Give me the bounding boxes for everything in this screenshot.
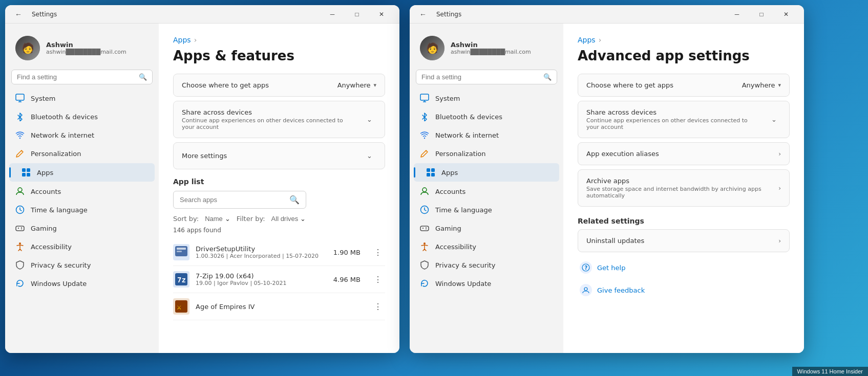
right-settings-window: ← Settings ─ □ ✕ 🧑 Ashwin ashwin████████… [410,5,804,353]
right-aliases-arrow: › [778,150,781,158]
left-nav-system-label: System [31,95,55,102]
left-nav-bluetooth-label: Bluetooth & devices [31,113,98,121]
right-search-icon: 🔍 [543,73,552,81]
right-share-row[interactable]: Share across devices Continue app experi… [578,101,790,138]
right-nav-time[interactable]: Time & language [414,201,559,218]
left-nav-update[interactable]: Windows Update [9,275,155,292]
left-app-name-0: DriverSetupUtility [196,245,327,253]
svg-point-15 [19,242,21,245]
right-user-profile: 🧑 Ashwin ashwin████████mail.com [414,32,559,69]
svg-text:7z: 7z [177,276,186,284]
left-nav-time[interactable]: Time & language [9,201,155,218]
left-user-name: Ashwin [46,41,126,49]
left-app-search-box[interactable]: 🔍 [173,191,306,209]
right-apps-icon [426,168,435,177]
left-nav-apps-label: Apps [37,169,53,176]
left-nav-apps[interactable]: Apps [9,163,155,182]
left-nav-personalization[interactable]: Personalization [9,145,155,162]
right-back-button[interactable]: ← [416,7,430,21]
svg-rect-5 [27,168,30,172]
right-bluetooth-icon [420,112,429,121]
right-nav-network[interactable]: Network & internet [414,126,559,144]
left-nav-privacy[interactable]: Privacy & security [9,256,155,274]
right-nav-update[interactable]: Windows Update [414,275,559,292]
left-nav-accessibility[interactable]: Accessibility [9,238,155,255]
right-nav-personalization[interactable]: Personalization [414,145,559,162]
left-nav-gaming[interactable]: Gaming [9,219,155,237]
left-share-chevron[interactable]: ⌄ [363,114,376,125]
left-share-row[interactable]: Share across devices Continue app experi… [173,101,385,138]
left-filter-value-btn[interactable]: All drives ⌄ [271,215,306,223]
right-nav-gaming[interactable]: Gaming [414,219,559,237]
right-nav-time-label: Time & language [435,206,492,214]
right-get-help-row[interactable]: ? Get help [578,256,790,279]
right-feedback-row[interactable]: Give feedback [578,279,790,301]
right-search-box[interactable]: 🔍 [416,70,557,84]
left-app-menu-2[interactable]: ⋮ [371,301,385,313]
svg-point-37 [426,229,427,230]
right-choose-apps-label: Choose where to get apps [586,81,736,89]
right-nav-accounts[interactable]: Accounts [414,183,559,200]
svg-rect-30 [431,173,435,176]
left-sort-value-btn[interactable]: Name ⌄ [205,215,230,223]
left-more-chevron[interactable]: ⌄ [363,150,376,162]
left-filter-label: Filter by: [237,215,265,223]
right-nav-accessibility[interactable]: Accessibility [414,238,559,255]
left-app-menu-1[interactable]: ⋮ [371,274,385,285]
left-gaming-icon [15,224,25,233]
left-search-box[interactable]: 🔍 [11,70,153,84]
right-uninstall-row[interactable]: Uninstall updates › [578,229,790,252]
left-maximize-button[interactable]: □ [345,6,369,23]
left-nav-system[interactable]: System [9,90,155,107]
right-nav-update-label: Windows Update [435,280,491,287]
right-nav-bluetooth-label: Bluetooth & devices [435,113,502,121]
left-sidebar: 🧑 Ashwin ashwin████████mail.com 🔍 System [5,24,159,353]
right-feedback-icon [580,284,592,296]
left-app-info-0: DriverSetupUtility 1.00.3026 | Acer Inco… [196,245,327,259]
left-app-menu-0[interactable]: ⋮ [371,247,385,258]
left-breadcrumb-parent[interactable]: Apps [173,36,191,44]
right-nav-gaming-label: Gaming [435,225,461,232]
left-nav-accounts[interactable]: Accounts [9,183,155,200]
svg-point-36 [426,227,427,228]
left-close-button[interactable]: ✕ [370,6,393,23]
right-aliases-row[interactable]: App execution aliases › [578,142,790,165]
left-search-input[interactable] [17,73,135,81]
left-minimize-button[interactable]: ─ [321,6,344,23]
left-app-size-1: 4.96 MB [333,276,361,283]
left-app-size-0: 1.90 MB [333,249,361,256]
left-bluetooth-icon [15,112,25,121]
left-app-icon-0 [173,244,189,260]
left-nav-bluetooth[interactable]: Bluetooth & devices [9,108,155,125]
left-back-button[interactable]: ← [11,7,26,21]
left-nav-network[interactable]: Network & internet [9,126,155,144]
svg-point-13 [21,227,22,228]
right-nav-privacy[interactable]: Privacy & security [414,256,559,274]
right-nav-system[interactable]: System [414,90,559,107]
left-app-icon-2: ⚔️ [173,298,189,315]
right-nav-bluetooth[interactable]: Bluetooth & devices [414,108,559,125]
right-close-button[interactable]: ✕ [774,6,798,23]
right-minimize-button[interactable]: ─ [725,6,749,23]
right-share-chevron[interactable]: ⌄ [767,114,781,125]
right-nav-accessibility-label: Accessibility [435,243,476,251]
right-archive-row[interactable]: Archive apps Save storage space and inte… [578,169,790,207]
right-system-icon [420,94,429,103]
right-maximize-button[interactable]: □ [750,6,773,23]
left-user-email: ashwin████████mail.com [46,49,126,55]
left-avatar: 🧑 [15,36,40,60]
right-nav-apps[interactable]: Apps [414,163,559,182]
right-accounts-icon [420,187,429,196]
svg-rect-33 [420,226,429,231]
left-search-icon: 🔍 [139,73,147,81]
right-time-icon [420,205,429,214]
right-window-controls: ─ □ ✕ [725,6,798,23]
left-nav-accounts-label: Accounts [31,188,61,195]
right-search-input[interactable] [421,73,539,81]
right-breadcrumb-parent[interactable]: Apps [578,36,596,44]
left-more-settings-row[interactable]: More settings ⌄ [173,142,385,169]
left-window-title: Settings [32,11,314,18]
os-label: Windows 11 Home Insider [792,367,868,376]
left-app-search-input[interactable] [180,196,285,204]
svg-rect-23 [420,94,429,100]
